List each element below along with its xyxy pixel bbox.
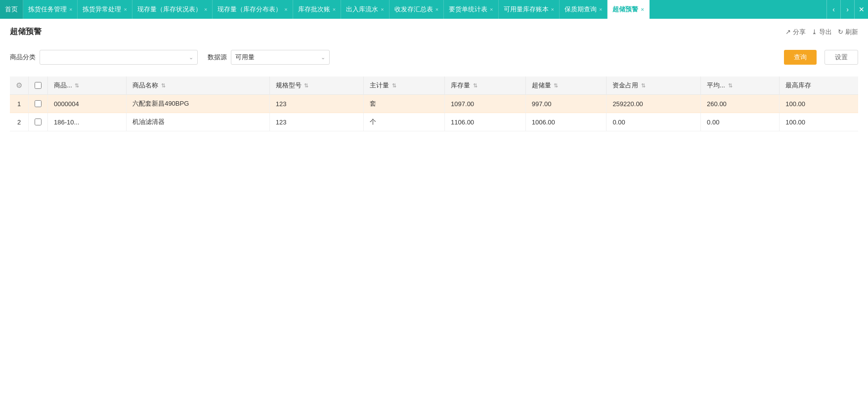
sort-avg-icon: ⇅ <box>728 82 733 88</box>
nav-arrow-close-all[interactable]: ✕ <box>854 0 868 19</box>
sort-product-code-icon: ⇅ <box>75 82 79 88</box>
close-task-mgmt[interactable]: × <box>69 6 72 12</box>
category-dropdown-arrow: ⌄ <box>189 54 193 61</box>
close-inventory-dist[interactable]: × <box>284 6 287 12</box>
page-header: 超储预警 ↗ 分享 ⤓ 导出 ↻ 刷新 <box>10 27 858 37</box>
category-select[interactable]: ⌄ <box>40 50 198 65</box>
row-product-code-0: 0000004 <box>48 95 127 113</box>
export-button[interactable]: ⤓ 导出 <box>812 28 832 37</box>
close-batch[interactable]: × <box>333 6 336 12</box>
export-icon: ⤓ <box>812 28 817 36</box>
data-table: ⚙ 商品... ⇅ 商品名称 ⇅ 规格型号 ⇅ <box>10 77 858 131</box>
category-filter-group: 商品分类 ⌄ <box>10 50 198 65</box>
close-available-stock[interactable]: × <box>551 6 554 12</box>
nav-item-task-mgmt[interactable]: 拣货任务管理 × <box>23 0 78 19</box>
table-header-over-stock[interactable]: 超储量 ⇅ <box>525 77 607 95</box>
table-header-avg[interactable]: 平均... ⇅ <box>701 77 780 95</box>
datasource-select[interactable]: 可用量 ⌄ <box>231 50 330 65</box>
sort-over-stock-icon: ⇅ <box>554 82 558 88</box>
nav-item-recv-send[interactable]: 收发存汇总表 × <box>390 0 444 19</box>
close-order-stat[interactable]: × <box>490 6 493 12</box>
page-content: 超储预警 ↗ 分享 ⤓ 导出 ↻ 刷新 商品分类 ⌄ 数据源 <box>0 19 868 395</box>
table-header-product-code[interactable]: 商品... ⇅ <box>48 77 127 95</box>
nav-item-available-stock[interactable]: 可用量库存账本 × <box>499 0 560 19</box>
row-unit-1: 个 <box>364 113 445 131</box>
row-capital-1: 0.00 <box>607 113 701 131</box>
close-abnormal[interactable]: × <box>124 6 127 12</box>
close-quality-check[interactable]: × <box>599 6 602 12</box>
row-over-stock-1: 1006.00 <box>525 113 607 131</box>
th-spec-label: 规格型号 <box>276 81 302 89</box>
table-header-settings[interactable]: ⚙ <box>10 77 29 95</box>
th-unit-label: 主计量 <box>370 81 389 89</box>
close-over-stock[interactable]: × <box>641 6 644 12</box>
nav-arrow-right[interactable]: › <box>840 0 854 19</box>
row-num-1: 2 <box>10 113 29 131</box>
share-icon: ↗ <box>785 28 791 36</box>
th-stock-label: 库存量 <box>451 81 470 89</box>
nav-item-batch[interactable]: 库存批次账 × <box>293 0 341 19</box>
close-inout-flow[interactable]: × <box>381 6 384 12</box>
row-product-name-1: 机油滤清器 <box>127 113 270 131</box>
row-checkbox-0[interactable] <box>29 95 48 113</box>
row-num-0: 1 <box>10 95 29 113</box>
th-avg-label: 平均... <box>707 81 725 89</box>
sort-capital-icon: ⇅ <box>641 82 646 88</box>
nav-arrows: ‹ › ✕ <box>826 0 868 19</box>
row-checkbox-1[interactable] <box>29 113 48 131</box>
datasource-dropdown-arrow: ⌄ <box>321 54 325 61</box>
table-header-unit[interactable]: 主计量 ⇅ <box>364 77 445 95</box>
close-inventory-status[interactable]: × <box>204 6 207 12</box>
refresh-button[interactable]: ↻ 刷新 <box>838 28 858 37</box>
nav-item-abnormal[interactable]: 拣货异常处理 × <box>78 0 132 19</box>
sort-stock-icon: ⇅ <box>473 82 477 88</box>
table-header-capital[interactable]: 资金占用 ⇅ <box>607 77 701 95</box>
settings-button[interactable]: 设置 <box>825 50 858 65</box>
close-recv-send[interactable]: × <box>435 6 438 12</box>
row-select-1[interactable] <box>35 118 42 125</box>
table-header-checkbox[interactable] <box>29 77 48 95</box>
top-navigation: 首页 拣货任务管理 × 拣货异常处理 × 现存量（库存状况表） × 现存量（库存… <box>0 0 868 19</box>
table-header-stock[interactable]: 库存量 ⇅ <box>445 77 526 95</box>
table-row: 2 186-10... 机油滤清器 123 个 1106.00 1006.00 … <box>10 113 858 131</box>
row-spec-0: 123 <box>269 95 364 113</box>
nav-item-home[interactable]: 首页 <box>0 0 23 19</box>
nav-item-order-stat[interactable]: 要货单统计表 × <box>444 0 498 19</box>
table-header-spec[interactable]: 规格型号 ⇅ <box>269 77 364 95</box>
table-header-product-name[interactable]: 商品名称 ⇅ <box>127 77 270 95</box>
nav-item-inventory-status[interactable]: 现存量（库存状况表） × <box>132 0 213 19</box>
row-avg-0: 260.00 <box>701 95 780 113</box>
th-max-stock-label: 最高库存 <box>785 81 811 89</box>
row-product-code-1: 186-10... <box>48 113 127 131</box>
nav-item-over-stock[interactable]: 超储预警 × <box>608 0 649 19</box>
th-capital-label: 资金占用 <box>612 81 638 89</box>
table-row: 1 0000004 六配套新昌490BPG 123 套 1097.00 997.… <box>10 95 858 113</box>
select-all-checkbox[interactable] <box>35 82 42 89</box>
row-stock-0: 1097.00 <box>445 95 526 113</box>
nav-item-inventory-dist[interactable]: 现存量（库存分布表） × <box>213 0 293 19</box>
query-button[interactable]: 查询 <box>784 50 817 65</box>
page-actions: ↗ 分享 ⤓ 导出 ↻ 刷新 <box>785 28 858 37</box>
row-product-name-0: 六配套新昌490BPG <box>127 95 270 113</box>
row-spec-1: 123 <box>269 113 364 131</box>
nav-arrow-left[interactable]: ‹ <box>826 0 840 19</box>
filter-actions: 查询 设置 <box>784 50 858 65</box>
share-button[interactable]: ↗ 分享 <box>785 28 806 37</box>
table-header-row: ⚙ 商品... ⇅ 商品名称 ⇅ 规格型号 ⇅ <box>10 77 858 95</box>
row-unit-0: 套 <box>364 95 445 113</box>
nav-item-quality-check[interactable]: 保质期查询 × <box>560 0 608 19</box>
row-select-0[interactable] <box>35 100 42 107</box>
row-over-stock-0: 997.00 <box>525 95 607 113</box>
row-max-stock-0: 100.00 <box>780 95 858 113</box>
nav-item-inout-flow[interactable]: 出入库流水 × <box>341 0 389 19</box>
sort-unit-icon: ⇅ <box>392 82 396 88</box>
refresh-icon: ↻ <box>838 28 843 36</box>
th-product-code-label: 商品... <box>54 81 72 89</box>
table-header-max-stock[interactable]: 最高库存 <box>780 77 858 95</box>
page-title: 超储预警 <box>10 27 42 37</box>
gear-icon[interactable]: ⚙ <box>16 81 22 89</box>
filter-row: 商品分类 ⌄ 数据源 可用量 ⌄ 查询 设置 <box>10 45 858 70</box>
category-label: 商品分类 <box>10 53 36 62</box>
sort-spec-icon: ⇅ <box>304 82 308 88</box>
datasource-filter-group: 数据源 可用量 ⌄ <box>208 50 330 65</box>
